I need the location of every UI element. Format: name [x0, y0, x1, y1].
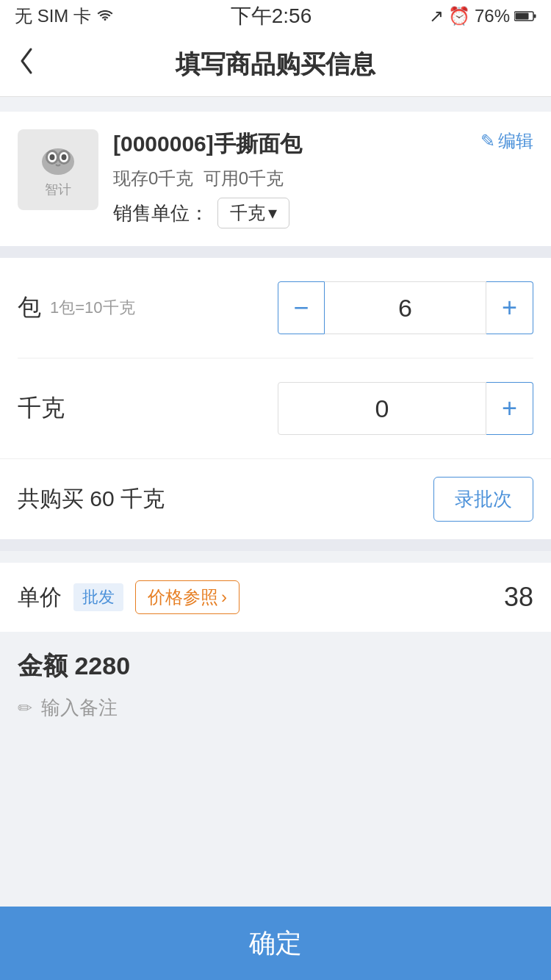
kg-input-row: 千克 0 + — [18, 359, 533, 458]
record-batch-button[interactable]: 录批次 — [433, 477, 533, 522]
battery-label: 76% — [475, 6, 510, 26]
section-divider-1 — [0, 246, 551, 258]
bag-label: 包 1包=10千克 — [18, 292, 135, 324]
kg-label: 千克 — [18, 392, 65, 425]
product-stock: 现存0千克 可用0千克 — [113, 167, 533, 190]
carrier-label: 无 SIM 卡 — [15, 4, 91, 28]
amount-section: 金额 2280 ✏ 输入备注 — [0, 632, 551, 738]
remark-row[interactable]: ✏ 输入备注 — [18, 695, 533, 721]
unit-select[interactable]: 千克 ▾ — [217, 198, 289, 228]
product-info: [0000006]手撕面包 现存0千克 可用0千克 销售单位： 千克 ▾ — [113, 129, 533, 228]
bag-input-row: 包 1包=10千克 − + — [18, 258, 533, 359]
product-card: 智计 [0000006]手撕面包 现存0千克 可用0千克 销售单位： 千克 ▾ … — [0, 112, 551, 246]
bag-increment-button[interactable]: + — [486, 281, 533, 334]
unit-label: 销售单位： — [113, 201, 209, 226]
edit-icon: ✎ — [480, 131, 495, 151]
svg-rect-1 — [534, 15, 536, 18]
product-image-label: 智计 — [45, 181, 71, 198]
remark-icon: ✏ — [18, 698, 32, 718]
remark-placeholder: 输入备注 — [41, 695, 118, 721]
status-left: 无 SIM 卡 — [15, 4, 113, 28]
nav-bar: 填写商品购买信息 — [0, 32, 551, 97]
edit-button[interactable]: ✎ 编辑 — [480, 129, 533, 153]
status-right: ↗ ⏰ 76% — [429, 6, 536, 26]
product-image: 智计 — [18, 129, 98, 210]
confirm-button-label: 确定 — [249, 926, 302, 962]
alarm-icon: ⏰ — [448, 6, 470, 26]
bag-decrement-button[interactable]: − — [278, 281, 325, 334]
price-section: 单价 批发 价格参照 › 38 — [0, 563, 551, 632]
product-name: [0000006]手撕面包 — [113, 129, 533, 159]
location-icon: ↗ — [429, 6, 444, 26]
wifi-icon — [97, 6, 113, 26]
confirm-bar[interactable]: 确定 — [0, 907, 551, 980]
price-ref-button[interactable]: 价格参照 › — [135, 580, 240, 614]
back-button[interactable] — [18, 46, 35, 82]
bag-input[interactable] — [325, 281, 486, 334]
bag-controls: − + — [278, 281, 533, 334]
product-unit-row: 销售单位： 千克 ▾ — [113, 198, 533, 228]
price-value: 38 — [504, 582, 533, 613]
price-ref-icon: › — [221, 587, 227, 608]
input-section: 包 1包=10千克 − + 千克 0 + — [0, 258, 551, 458]
svg-point-9 — [62, 154, 67, 160]
amount-row: 金额 2280 — [18, 649, 533, 683]
kg-controls: 0 + — [278, 382, 533, 435]
total-text: 共购买 60 千克 — [18, 484, 165, 514]
page-title: 填写商品购买信息 — [176, 48, 375, 82]
price-badge: 批发 — [73, 583, 123, 611]
price-label: 单价 — [18, 583, 62, 613]
svg-rect-2 — [516, 13, 529, 20]
kg-increment-button[interactable]: + — [486, 382, 533, 435]
svg-point-8 — [50, 154, 55, 160]
status-bar: 无 SIM 卡 下午2:56 ↗ ⏰ 76% — [0, 0, 551, 32]
total-row: 共购买 60 千克 录批次 — [0, 458, 551, 539]
status-time: 下午2:56 — [231, 2, 312, 30]
kg-value-display: 0 — [278, 382, 486, 435]
battery-icon — [514, 6, 536, 26]
bag-hint: 1包=10千克 — [50, 297, 135, 319]
price-row: 单价 批发 价格参照 › 38 — [18, 580, 533, 614]
svg-point-3 — [42, 148, 74, 175]
section-divider-2 — [0, 539, 551, 551]
